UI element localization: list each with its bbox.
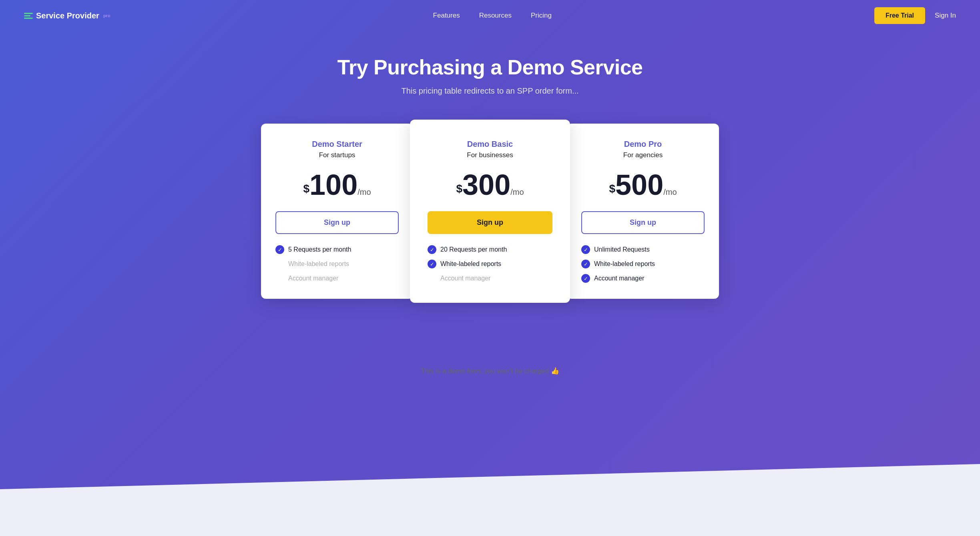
logo-bar-3 xyxy=(24,18,33,19)
nav-actions: Free Trial Sign In xyxy=(874,7,956,24)
feature-text-pro-2: White-labeled reports xyxy=(594,260,655,268)
feature-text-pro-1: Unlimited Requests xyxy=(594,246,650,253)
feature-text-basic-3: Account manager xyxy=(440,275,490,282)
plan-desc-pro: For agencies xyxy=(581,151,705,159)
feature-pro-3: ✓ Account manager xyxy=(581,274,705,283)
nav-links: Features Resources Pricing xyxy=(433,12,552,20)
check-icon-starter-1: ✓ xyxy=(275,245,284,254)
navbar: Service Providerpro Features Resources P… xyxy=(0,0,980,31)
signup-button-basic[interactable]: Sign up xyxy=(428,211,552,234)
hero-title: Try Purchasing a Demo Service xyxy=(8,55,972,79)
feature-list-basic: ✓ 20 Requests per month ✓ White-labeled … xyxy=(428,245,552,283)
check-icon-basic-2: ✓ xyxy=(428,260,436,268)
plan-price-basic: $300/mo xyxy=(428,170,552,199)
pricing-card-starter: Demo Starter For startups $100/mo Sign u… xyxy=(261,124,413,299)
plan-name-starter: Demo Starter xyxy=(275,140,399,149)
price-dollar-pro: $ xyxy=(609,182,615,195)
feature-text-basic-1: 20 Requests per month xyxy=(440,246,507,253)
feature-basic-3: Account manager xyxy=(428,274,552,283)
feature-text-starter-2: White-labeled reports xyxy=(288,260,349,268)
feature-text-starter-3: Account manager xyxy=(288,275,338,282)
feature-text-basic-2: White-labeled reports xyxy=(440,260,501,268)
price-amount-basic: 300 xyxy=(462,169,510,201)
feature-pro-1: ✓ Unlimited Requests xyxy=(581,245,705,254)
demo-note-text: This is a demo form, you won't be charge… xyxy=(421,367,559,375)
feature-list-pro: ✓ Unlimited Requests ✓ White-labeled rep… xyxy=(581,245,705,283)
feature-pro-2: ✓ White-labeled reports xyxy=(581,260,705,268)
signup-button-pro[interactable]: Sign up xyxy=(581,211,705,234)
check-icon-basic-1: ✓ xyxy=(428,245,436,254)
feature-text-pro-3: Account manager xyxy=(594,275,644,282)
nav-link-features[interactable]: Features xyxy=(433,12,460,20)
plan-price-starter: $100/mo xyxy=(275,170,399,199)
price-period-basic: /mo xyxy=(510,188,524,196)
check-icon-pro-1: ✓ xyxy=(581,245,590,254)
logo-icon xyxy=(24,13,33,19)
signup-button-starter[interactable]: Sign up xyxy=(275,211,399,234)
price-period-pro: /mo xyxy=(663,188,677,196)
price-period-starter: /mo xyxy=(357,188,371,196)
nav-link-pricing[interactable]: Pricing xyxy=(531,12,552,20)
pricing-card-basic: Demo Basic For businesses $300/mo Sign u… xyxy=(410,120,570,303)
plan-name-basic: Demo Basic xyxy=(428,140,552,149)
price-dollar-starter: $ xyxy=(303,182,309,195)
sign-in-button[interactable]: Sign In xyxy=(935,12,956,20)
hero-subtitle: This pricing table redirects to an SPP o… xyxy=(8,86,972,96)
pricing-card-pro: Demo Pro For agencies $500/mo Sign up ✓ … xyxy=(567,124,719,299)
logo-bar-1 xyxy=(24,13,33,14)
feature-basic-1: ✓ 20 Requests per month xyxy=(428,245,552,254)
plan-price-pro: $500/mo xyxy=(581,170,705,199)
pricing-section: Demo Starter For startups $100/mo Sign u… xyxy=(0,112,980,303)
free-trial-button[interactable]: Free Trial xyxy=(874,7,925,24)
check-placeholder-basic-3 xyxy=(428,274,436,283)
logo-link[interactable]: Service Providerpro xyxy=(24,11,110,20)
plan-desc-starter: For startups xyxy=(275,151,399,159)
feature-starter-2: White-labeled reports xyxy=(275,260,399,268)
feature-starter-1: ✓ 5 Requests per month xyxy=(275,245,399,254)
feature-text-starter-1: 5 Requests per month xyxy=(288,246,351,253)
check-placeholder-starter-2 xyxy=(275,260,284,268)
price-amount-starter: 100 xyxy=(309,169,357,201)
brand-name: Service Provider xyxy=(36,11,99,20)
brand-pro: pro xyxy=(103,13,110,18)
logo-bar-2 xyxy=(24,15,30,16)
check-placeholder-starter-3 xyxy=(275,274,284,283)
price-amount-pro: 500 xyxy=(615,169,663,201)
nav-link-resources[interactable]: Resources xyxy=(479,12,512,20)
check-icon-pro-3: ✓ xyxy=(581,274,590,283)
demo-note: This is a demo form, you won't be charge… xyxy=(0,303,980,391)
price-dollar-basic: $ xyxy=(456,182,462,195)
feature-basic-2: ✓ White-labeled reports xyxy=(428,260,552,268)
feature-starter-3: Account manager xyxy=(275,274,399,283)
check-icon-pro-2: ✓ xyxy=(581,260,590,268)
plan-desc-basic: For businesses xyxy=(428,151,552,159)
feature-list-starter: ✓ 5 Requests per month White-labeled rep… xyxy=(275,245,399,283)
hero-section: Try Purchasing a Demo Service This prici… xyxy=(0,31,980,112)
plan-name-pro: Demo Pro xyxy=(581,140,705,149)
